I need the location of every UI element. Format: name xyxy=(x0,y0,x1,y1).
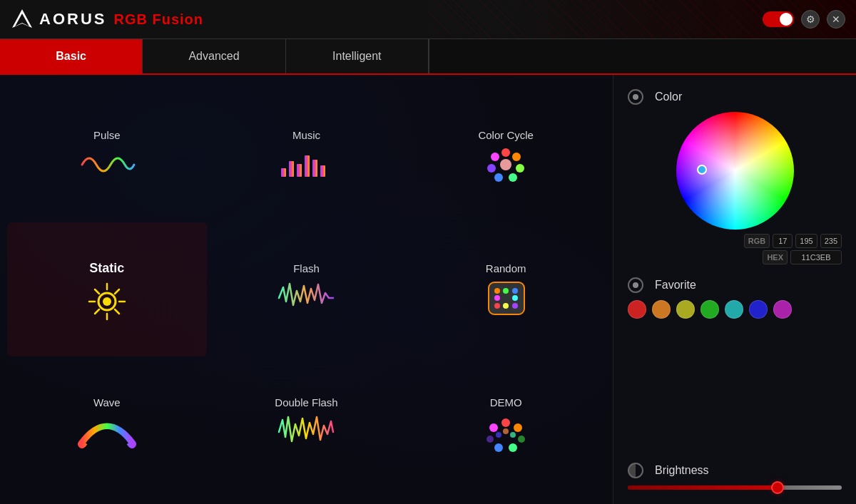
svg-point-37 xyxy=(518,436,525,443)
svg-point-31 xyxy=(503,303,509,309)
effect-music-icon xyxy=(277,147,335,182)
color-wheel[interactable] xyxy=(676,112,794,230)
svg-line-25 xyxy=(95,309,99,314)
svg-point-9 xyxy=(501,148,510,157)
effect-music[interactable]: Music xyxy=(207,89,407,222)
svg-point-43 xyxy=(510,432,516,438)
rgb-label: RGB xyxy=(744,234,770,248)
effect-color-cycle[interactable]: Color Cycle xyxy=(406,89,606,222)
svg-rect-26 xyxy=(489,282,524,314)
color-section-dot xyxy=(628,89,643,105)
effect-color-cycle-icon xyxy=(477,147,534,182)
svg-point-39 xyxy=(494,443,503,452)
app-title: RGB Fusion xyxy=(113,11,203,28)
tab-basic[interactable]: Basic xyxy=(0,39,143,73)
svg-point-8 xyxy=(500,159,511,170)
effect-flash-label: Flash xyxy=(293,262,320,274)
effects-panel: Pulse Music xyxy=(0,75,613,504)
tab-intelligent[interactable]: Intelligent xyxy=(286,39,429,73)
color-section-header: Color xyxy=(628,89,842,105)
favorites-section: Favorite xyxy=(628,277,842,319)
power-toggle[interactable] xyxy=(763,11,794,27)
fav-color-blue[interactable] xyxy=(749,300,768,319)
tab-advanced[interactable]: Advanced xyxy=(143,39,285,73)
svg-line-24 xyxy=(115,289,119,294)
svg-point-35 xyxy=(501,418,510,427)
effect-static-icon xyxy=(78,282,136,317)
fav-color-green[interactable] xyxy=(700,300,719,319)
fav-color-orange[interactable] xyxy=(652,300,671,319)
color-wheel-cursor xyxy=(697,165,707,175)
svg-rect-4 xyxy=(297,164,302,177)
svg-line-23 xyxy=(115,309,119,314)
effect-flash-icon xyxy=(277,280,335,316)
svg-point-15 xyxy=(491,153,499,161)
favorites-section-title: Favorite xyxy=(655,279,696,292)
rgb-r-value[interactable]: 17 xyxy=(773,234,793,248)
close-button[interactable]: ✕ xyxy=(827,10,845,29)
svg-point-28 xyxy=(503,288,509,294)
svg-point-42 xyxy=(503,428,509,434)
color-wheel-container xyxy=(628,112,842,230)
svg-rect-5 xyxy=(305,155,310,177)
brightness-thumb[interactable] xyxy=(771,481,784,494)
effect-wave-icon xyxy=(78,414,136,450)
hex-value[interactable]: 11C3EB xyxy=(790,250,842,264)
effect-pulse[interactable]: Pulse xyxy=(7,89,207,222)
svg-point-34 xyxy=(512,295,518,301)
svg-point-40 xyxy=(486,436,494,443)
fav-color-purple[interactable] xyxy=(773,300,792,319)
svg-point-27 xyxy=(494,288,500,294)
effect-demo-label: DEMO xyxy=(490,396,522,408)
effect-flash[interactable]: Flash xyxy=(207,222,407,356)
color-section: Color RGB 17 195 235 HEX 11C3EB xyxy=(628,89,842,264)
effect-pulse-label: Pulse xyxy=(93,129,121,141)
svg-rect-3 xyxy=(289,161,294,177)
logo: AORUS xyxy=(11,8,106,31)
brightness-slider-track[interactable] xyxy=(628,485,842,490)
titlebar: AORUS RGB Fusion ⚙ ✕ xyxy=(0,0,856,39)
effect-random[interactable]: Random xyxy=(406,222,606,356)
svg-point-14 xyxy=(487,164,496,173)
effect-double-flash[interactable]: Double Flash xyxy=(207,356,407,490)
main-content: Pulse Music xyxy=(0,75,856,504)
effect-random-label: Random xyxy=(486,262,526,274)
svg-point-32 xyxy=(512,303,518,309)
rgb-b-value[interactable]: 235 xyxy=(820,234,842,248)
effect-double-flash-icon xyxy=(277,414,335,450)
titlebar-controls: ⚙ ✕ xyxy=(763,10,845,29)
fav-color-teal[interactable] xyxy=(725,300,743,319)
svg-point-29 xyxy=(512,288,518,294)
effect-pulse-icon xyxy=(78,147,136,182)
color-section-title: Color xyxy=(655,91,682,103)
brightness-section: Brightness xyxy=(628,463,842,490)
effect-static[interactable]: Static xyxy=(7,222,207,356)
fav-color-yellow[interactable] xyxy=(676,300,695,319)
effect-demo[interactable]: DEMO xyxy=(406,356,606,490)
brightness-section-header: Brightness xyxy=(628,463,842,478)
effect-color-cycle-label: Color Cycle xyxy=(478,129,534,141)
svg-point-11 xyxy=(516,164,524,173)
effect-wave-label: Wave xyxy=(93,396,121,408)
logo-text: AORUS xyxy=(39,10,106,29)
svg-point-12 xyxy=(509,173,517,182)
fav-color-red[interactable] xyxy=(628,300,646,319)
brightness-section-dot xyxy=(628,463,643,478)
effect-static-label: Static xyxy=(89,261,124,276)
effect-wave[interactable]: Wave xyxy=(7,356,207,490)
svg-point-44 xyxy=(496,432,501,438)
settings-button[interactable]: ⚙ xyxy=(801,10,820,29)
rgb-g-value[interactable]: 195 xyxy=(795,234,817,248)
svg-point-30 xyxy=(494,303,500,309)
effect-music-label: Music xyxy=(292,129,320,141)
svg-point-36 xyxy=(514,423,522,432)
effect-random-icon xyxy=(477,280,534,316)
svg-rect-2 xyxy=(281,168,286,177)
svg-point-13 xyxy=(494,173,503,182)
svg-rect-6 xyxy=(312,160,317,177)
hex-label: HEX xyxy=(763,250,788,264)
favorites-section-dot xyxy=(628,277,643,293)
svg-rect-7 xyxy=(320,165,325,177)
svg-point-17 xyxy=(103,297,111,306)
brightness-section-title: Brightness xyxy=(655,464,709,477)
